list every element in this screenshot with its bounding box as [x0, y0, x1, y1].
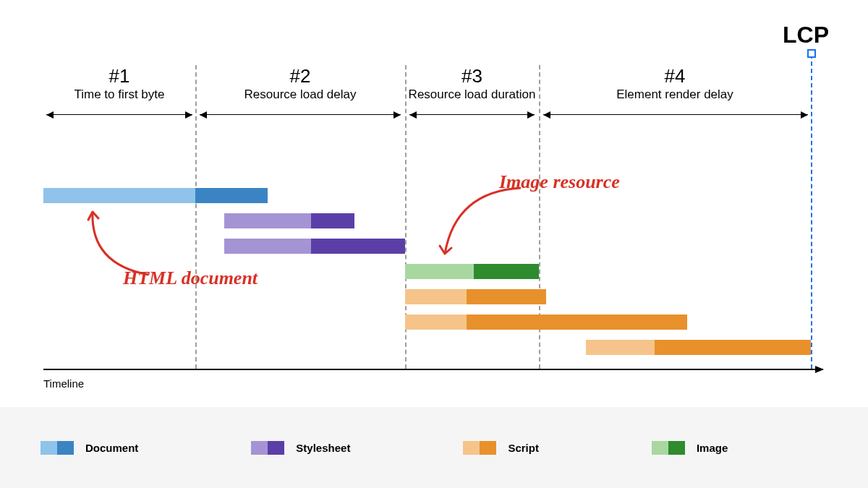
legend-swatch-document	[41, 441, 74, 455]
bar-image	[405, 264, 539, 279]
bar-script-1	[405, 289, 546, 304]
phase-3-num: #3	[405, 65, 539, 87]
legend-image: Image	[652, 441, 728, 455]
phase-3-header: #3 Resource load duration	[405, 65, 539, 102]
phase-4-header: #4 Element render delay	[539, 65, 811, 102]
phase-divider-1	[195, 65, 197, 369]
range-arrow-3	[409, 114, 535, 115]
phase-3-label: Resource load duration	[405, 87, 539, 102]
phase-4-label: Element render delay	[539, 87, 811, 102]
legend-label-script: Script	[508, 442, 539, 454]
legend-swatch-stylesheet	[251, 441, 284, 455]
range-arrow-1	[46, 114, 192, 115]
legend-label-stylesheet: Stylesheet	[296, 442, 350, 454]
bar-script-3	[586, 340, 811, 355]
annotation-html-doc: HTML document	[123, 267, 258, 289]
bar-stylesheet-2	[224, 239, 405, 254]
phase-2-header: #2 Resource load delay	[195, 65, 405, 102]
phase-1-label: Time to first byte	[43, 87, 195, 102]
bar-script-2	[405, 314, 687, 330]
phase-2-num: #2	[195, 65, 405, 87]
timeline-axis	[43, 369, 823, 370]
phase-1-header: #1 Time to first byte	[43, 65, 195, 102]
diagram-canvas: { "title": "LCP", "axis_label": "Timelin…	[0, 0, 868, 488]
legend: Document Stylesheet Script Image	[0, 407, 868, 488]
bar-stylesheet-1	[224, 213, 354, 228]
legend-label-image: Image	[697, 442, 728, 454]
range-arrow-2	[200, 114, 401, 115]
legend-stylesheet: Stylesheet	[251, 441, 350, 455]
lcp-marker	[807, 49, 816, 58]
lcp-title: LCP	[783, 22, 829, 48]
legend-label-document: Document	[85, 442, 138, 454]
annotation-image-res: Image resource	[499, 171, 620, 193]
legend-document: Document	[41, 441, 138, 455]
annotation-arrow-image	[441, 184, 528, 264]
phase-1-num: #1	[43, 65, 195, 87]
phase-2-label: Resource load delay	[195, 87, 405, 102]
bar-document	[43, 188, 268, 203]
range-arrow-4	[543, 114, 808, 115]
phase-4-num: #4	[539, 65, 811, 87]
legend-swatch-script	[463, 441, 496, 455]
legend-swatch-image	[652, 441, 685, 455]
timeline-label: Timeline	[43, 377, 84, 390]
legend-script: Script	[463, 441, 539, 455]
lcp-line	[811, 54, 812, 369]
